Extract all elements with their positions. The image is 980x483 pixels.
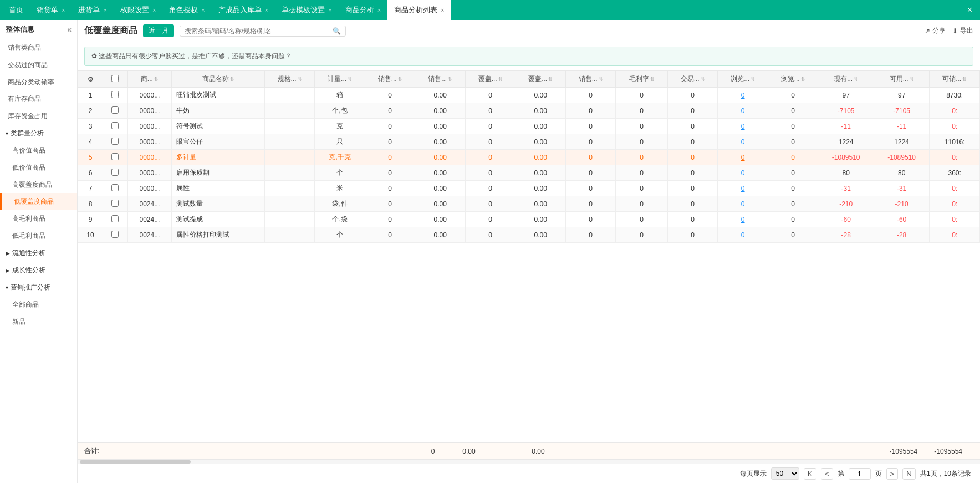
nav-tab-purchase[interactable]: 进货单 × [72, 0, 113, 20]
sidebar-item-category-rate[interactable]: 商品分类动销率 [0, 74, 77, 91]
window-close-button[interactable]: × [962, 5, 978, 15]
sidebar-item-capital[interactable]: 库存资金占用 [0, 108, 77, 125]
nav-tab-analysis[interactable]: 商品分析 × [339, 0, 387, 20]
row-name[interactable]: 启用保质期 [172, 165, 265, 181]
close-icon[interactable]: × [62, 7, 65, 13]
row-browse1[interactable]: 0 [718, 212, 768, 227]
row-browse1[interactable]: 0 [718, 150, 768, 165]
sidebar-group-growth[interactable]: ▶ 成长性分析 [0, 262, 77, 279]
sidebar-group-flow[interactable]: ▶ 流通性分析 [0, 245, 77, 262]
sidebar-group-cluster[interactable]: ▾ 类群量分析 [0, 125, 77, 142]
th-sales-amt[interactable]: 销售...⇅ [415, 71, 466, 88]
page-number-input[interactable] [849, 468, 871, 480]
sidebar-item-low-margin[interactable]: 低毛利商品 [0, 227, 77, 245]
row-name[interactable]: 眼宝公仔 [172, 134, 265, 150]
row-checkbox[interactable] [103, 88, 128, 103]
time-filter-button[interactable]: 近一月 [143, 24, 174, 37]
search-input[interactable] [185, 27, 330, 35]
close-icon[interactable]: × [152, 7, 156, 13]
th-cover2[interactable]: 覆盖...⇅ [515, 71, 566, 88]
row-name[interactable]: 测试提成 [172, 212, 265, 227]
row-name[interactable]: 符号测试 [172, 119, 265, 134]
th-margin[interactable]: 毛利率⇅ [616, 71, 667, 88]
prev-page-button[interactable]: < [821, 468, 833, 480]
nav-tab-sales[interactable]: 销货单 × [30, 0, 72, 20]
close-icon[interactable]: × [441, 7, 444, 13]
close-icon[interactable]: × [377, 7, 381, 13]
row-checkbox[interactable] [103, 212, 128, 227]
sidebar-item-low-coverage[interactable]: 低覆盖度商品 [0, 193, 77, 210]
sidebar-item-traded-goods[interactable]: 交易过的商品 [0, 57, 77, 74]
row-name[interactable]: 旺铺批次测试 [172, 88, 265, 103]
nav-tab-template[interactable]: 单据模板设置 × [275, 0, 338, 20]
export-button[interactable]: ⬇ 导出 [952, 26, 973, 35]
th-sellable[interactable]: 可销...⇅ [930, 71, 980, 88]
row-name[interactable]: 多计量 [172, 150, 265, 165]
share-button[interactable]: ↗ 分享 [925, 26, 946, 35]
row-browse1[interactable]: 0 [718, 227, 768, 243]
close-icon[interactable]: × [265, 7, 268, 13]
th-name[interactable]: 商品名称⇅ [172, 71, 265, 88]
row-checkbox[interactable] [103, 134, 128, 150]
th-checkbox[interactable] [103, 71, 128, 88]
sidebar-item-high-coverage[interactable]: 高覆盖度商品 [0, 176, 77, 194]
th-browse2[interactable]: 浏览...⇅ [768, 71, 818, 88]
sidebar-collapse-button[interactable]: « [67, 25, 72, 34]
th-stock1[interactable]: 现有...⇅ [818, 71, 874, 88]
nav-tab-inventory[interactable]: 产成品入库单 × [212, 0, 275, 20]
close-icon[interactable]: × [328, 7, 331, 13]
row-trade: 0 [667, 181, 718, 196]
th-browse1[interactable]: 浏览...⇅ [718, 71, 768, 88]
nav-tab-home[interactable]: 首页 [2, 0, 30, 20]
select-all-checkbox[interactable] [111, 75, 119, 82]
close-icon[interactable]: × [201, 7, 205, 13]
row-name[interactable]: 测试数量 [172, 196, 265, 212]
table-header-row: ⚙ 商...⇅ 商品名称⇅ 规格...⇅ 计量...⇅ 销售...⇅ 销售...… [78, 71, 980, 88]
nav-tab-perms[interactable]: 权限设置 × [114, 0, 162, 20]
th-sales-qty[interactable]: 销售...⇅ [365, 71, 415, 88]
sidebar-group-marketing[interactable]: ▾ 营销推广分析 [0, 279, 77, 296]
th-trade[interactable]: 交易...⇅ [667, 71, 718, 88]
sidebar-item-stocked-goods[interactable]: 有库存商品 [0, 90, 77, 108]
horizontal-scrollbar[interactable] [80, 460, 191, 464]
row-browse1[interactable]: 0 [718, 165, 768, 181]
sidebar-item-low-value[interactable]: 低价值商品 [0, 159, 77, 176]
row-name[interactable]: 属性 [172, 181, 265, 196]
row-checkbox[interactable] [103, 227, 128, 243]
row-checkbox[interactable] [103, 150, 128, 165]
th-cover1[interactable]: 覆盖...⇅ [465, 71, 515, 88]
nav-tab-analysis-list[interactable]: 商品分析列表 × [387, 0, 451, 20]
row-name[interactable]: 牛奶 [172, 103, 265, 119]
row-browse1[interactable]: 0 [718, 181, 768, 196]
sidebar-item-all-goods[interactable]: 全部商品 [0, 296, 77, 313]
row-browse1[interactable]: 0 [718, 134, 768, 150]
sidebar-item-high-margin[interactable]: 高毛利商品 [0, 210, 77, 227]
row-checkbox[interactable] [103, 196, 128, 212]
row-name[interactable]: 属性价格打印测试 [172, 227, 265, 243]
row-checkbox[interactable] [103, 119, 128, 134]
sidebar-item-sales-goods[interactable]: 销售类商品 [0, 39, 77, 57]
settings-icon[interactable]: ⚙ [88, 75, 94, 83]
th-settings[interactable]: ⚙ [78, 71, 103, 88]
page-size-select[interactable]: 20 50 100 200 [771, 467, 799, 480]
row-checkbox[interactable] [103, 165, 128, 181]
row-checkbox[interactable] [103, 181, 128, 196]
th-stock2[interactable]: 可用...⇅ [874, 71, 929, 88]
th-code[interactable]: 商...⇅ [127, 71, 172, 88]
first-page-button[interactable]: K [804, 468, 816, 480]
sidebar-item-high-value[interactable]: 高价值商品 [0, 142, 77, 159]
row-browse1[interactable]: 0 [718, 119, 768, 134]
row-browse1[interactable]: 0 [718, 88, 768, 103]
row-browse1[interactable]: 0 [718, 103, 768, 119]
last-page-button[interactable]: N [902, 468, 916, 480]
th-unit[interactable]: 计量...⇅ [315, 71, 365, 88]
th-sales3[interactable]: 销售...⇅ [565, 71, 616, 88]
close-icon[interactable]: × [103, 7, 106, 13]
nav-tab-roles[interactable]: 角色授权 × [162, 0, 211, 20]
data-table-wrapper[interactable]: ⚙ 商...⇅ 商品名称⇅ 规格...⇅ 计量...⇅ 销售...⇅ 销售...… [78, 70, 980, 442]
next-page-button[interactable]: > [886, 468, 899, 480]
sidebar-item-new-goods[interactable]: 新品 [0, 313, 77, 331]
th-spec[interactable]: 规格...⇅ [264, 71, 315, 88]
row-browse1[interactable]: 0 [718, 196, 768, 212]
row-checkbox[interactable] [103, 103, 128, 119]
